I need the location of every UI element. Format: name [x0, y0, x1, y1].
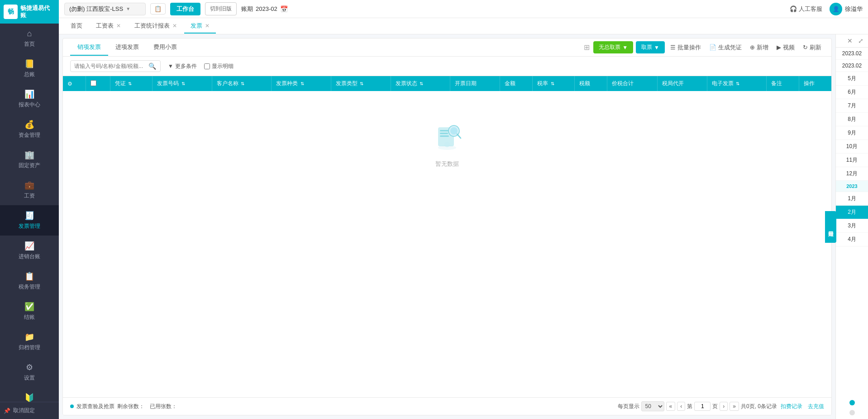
recharge-link[interactable]: 去充值: [808, 403, 824, 410]
sidebar-item-assets[interactable]: 🏢 固定资产: [0, 144, 59, 175]
col-e-invoice[interactable]: 电子发票 ⇅: [707, 76, 767, 91]
date-item[interactable]: 3月: [836, 219, 868, 233]
date-panel-expand-button[interactable]: ⤢: [856, 36, 865, 45]
sidebar-item-settle[interactable]: ✅ 结账: [0, 296, 59, 327]
date-panel-close-button[interactable]: ✕: [845, 36, 854, 45]
tab-close-icon[interactable]: ✕: [172, 23, 177, 29]
sidebar-item-ledger[interactable]: 📒 总账: [0, 53, 59, 84]
col-cert[interactable]: 凭证 ⇅: [110, 76, 153, 91]
empty-icon: [429, 118, 465, 154]
detail-checkbox[interactable]: [204, 63, 210, 69]
date-item[interactable]: 10月: [836, 140, 868, 154]
filter-button[interactable]: ▼ 更多条件: [164, 61, 200, 72]
last-page-button[interactable]: »: [730, 402, 739, 411]
col-status[interactable]: 发票状态 ⇅: [391, 76, 450, 91]
date-item[interactable]: 8月: [836, 113, 868, 126]
no-tax-button[interactable]: 无总取票 ▼: [593, 41, 633, 53]
page-input[interactable]: [694, 402, 711, 411]
page-size-select[interactable]: 50 10 20 100: [641, 401, 664, 411]
select-all-checkbox[interactable]: [91, 80, 96, 86]
refresh-button[interactable]: ↻ 刷新: [800, 41, 824, 54]
switch-version-button[interactable]: 切到旧版: [205, 2, 237, 15]
batch-op-button[interactable]: ☰ 批量操作: [668, 41, 704, 54]
service-link[interactable]: 🎧 人工客服: [790, 5, 822, 13]
sub-tab-sales[interactable]: 销项发票: [70, 39, 108, 56]
sidebar-cancel-pin[interactable]: 📌 取消固定: [0, 402, 59, 419]
scroll-up-indicator[interactable]: [849, 400, 855, 405]
sidebar-item-tax[interactable]: 📋 税务管理: [0, 266, 59, 296]
date-item[interactable]: 11月: [836, 154, 868, 167]
date-item[interactable]: 2023.02: [836, 48, 868, 60]
col-tax-rate[interactable]: 税率 ⇅: [533, 76, 575, 91]
tab-salary-stats[interactable]: 工资统计报表 ✕: [128, 19, 183, 34]
prev-page-button[interactable]: ‹: [677, 402, 685, 411]
tab-close-icon[interactable]: ✕: [116, 23, 121, 29]
grid-view-icon[interactable]: ⊞: [584, 43, 590, 52]
invoice-icon: 🧾: [24, 211, 34, 221]
app-name: 畅捷通易代账: [20, 5, 55, 19]
settings-icon: ⚙: [26, 362, 33, 372]
sidebar-item-settings[interactable]: ⚙ 设置: [0, 357, 59, 387]
tab-salary[interactable]: 工资表 ✕: [90, 19, 127, 34]
sidebar-item-funds[interactable]: 💰 资金管理: [0, 114, 59, 144]
generate-cert-button[interactable]: 📄 生成凭证: [706, 41, 744, 54]
sidebar-item-salary[interactable]: 💼 工资: [0, 175, 59, 205]
user-info[interactable]: 👤 徐溢华: [830, 3, 863, 15]
tab-invoice[interactable]: 发票 ✕: [184, 19, 216, 34]
app-logo[interactable]: 畅 畅捷通易代账: [0, 0, 59, 24]
sidebar-item-reports[interactable]: 📊 报表中心: [0, 84, 59, 114]
col-customer[interactable]: 客户名称 ⇅: [212, 76, 272, 91]
date-item[interactable]: 2023.02: [836, 60, 868, 72]
date-item[interactable]: 6月: [836, 86, 868, 99]
date-item[interactable]: 7月: [836, 99, 868, 113]
deduct-link[interactable]: 扣费记录: [781, 403, 802, 410]
col-type[interactable]: 发票种类 ⇅: [272, 76, 331, 91]
company-selector[interactable]: (勿删) 江西股宝-LSS ▼: [64, 3, 146, 15]
date-item-active[interactable]: 2月: [836, 206, 868, 219]
open-period-button[interactable]: 开账日期: [825, 211, 836, 243]
check-label: 发票查验及抢票: [76, 403, 114, 410]
svg-point-6: [450, 127, 458, 135]
sidebar-item-home[interactable]: ⌂ 首页: [0, 24, 59, 53]
sidebar-item-label: 进销台账: [19, 253, 40, 260]
tab-home[interactable]: 首页: [64, 19, 89, 34]
date-item[interactable]: 5月: [836, 72, 868, 86]
sidebar-item-guide[interactable]: 🔰 新手引导: [0, 387, 59, 402]
tab-label: 工资表: [96, 22, 114, 30]
topbar-right: 🎧 人工客服 👤 徐溢华: [790, 3, 863, 15]
workbench-button[interactable]: 工作台: [170, 3, 200, 15]
sidebar-item-invoice[interactable]: 🧾 发票管理: [0, 205, 59, 236]
date-item[interactable]: 12月: [836, 167, 868, 181]
search-icon[interactable]: 🔍: [148, 63, 156, 70]
sub-tab-purchase[interactable]: 进项发票: [108, 39, 146, 56]
col-tax-total: 价税合计: [607, 76, 657, 91]
video-button[interactable]: ▶ 视频: [774, 41, 797, 54]
search-input[interactable]: [74, 63, 147, 69]
period-info: 账期 2023-02 📅: [241, 5, 288, 13]
next-page-button[interactable]: ›: [720, 402, 728, 411]
sort-icon: ⇅: [128, 81, 132, 86]
badge-icon: [70, 405, 74, 408]
date-item[interactable]: 4月: [836, 233, 868, 246]
sidebar-item-archive[interactable]: 📁 归档管理: [0, 327, 59, 357]
scroll-down-indicator[interactable]: [849, 410, 855, 415]
date-item[interactable]: 9月: [836, 126, 868, 140]
tab-close-icon[interactable]: ✕: [205, 23, 210, 29]
sidebar-item-label: 工资: [24, 192, 35, 200]
show-detail-checkbox[interactable]: 显示明细: [204, 63, 234, 70]
settle-icon: ✅: [24, 302, 34, 312]
first-page-button[interactable]: «: [666, 402, 676, 411]
sidebar-item-label: 结账: [24, 313, 35, 321]
add-button[interactable]: ⊕ 新增: [747, 41, 771, 54]
calendar-icon[interactable]: 📅: [280, 5, 288, 13]
sub-tab-expense[interactable]: 费用小票: [146, 39, 184, 56]
sales-icon: 📈: [24, 241, 34, 251]
sidebar-item-sales[interactable]: 📈 进销台账: [0, 236, 59, 266]
col-invoice-no[interactable]: 发票号码 ⇅: [153, 76, 212, 91]
date-item[interactable]: 1月: [836, 192, 868, 206]
col-category[interactable]: 发票类型 ⇅: [331, 76, 391, 91]
avatar: 👤: [830, 3, 842, 15]
sidebar-item-label: 资金管理: [19, 131, 40, 139]
take-invoice-button[interactable]: 取票 ▼: [636, 41, 665, 53]
copy-button[interactable]: 📋: [150, 3, 166, 14]
